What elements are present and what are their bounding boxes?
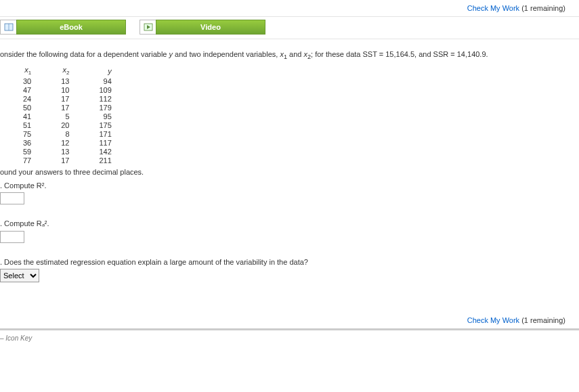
- table-cell: 17: [46, 104, 84, 112]
- col-header-x2: x2: [46, 66, 84, 77]
- table-cell: 30: [8, 77, 46, 86]
- intro-mid: and two independent variables,: [173, 50, 280, 58]
- answer-select-variability[interactable]: Select: [0, 269, 39, 282]
- table-row: 5120175: [8, 121, 127, 130]
- table-header-row: x1 x2 y: [8, 66, 127, 77]
- table-cell: 142: [85, 148, 127, 156]
- table-cell: 109: [85, 86, 127, 95]
- table-cell: 77: [8, 156, 46, 165]
- table-cell: 51: [8, 121, 46, 130]
- ebook-button-group[interactable]: eBook: [0, 20, 126, 35]
- question-a-label: . Compute R².: [0, 181, 579, 190]
- video-button-group[interactable]: Video: [140, 20, 265, 35]
- check-my-work-link-top[interactable]: Check My Work: [467, 4, 519, 12]
- intro-post: ; for these data SST = 15,164.5, and SSR…: [311, 50, 488, 58]
- rounding-note: ound your answers to three decimal place…: [0, 168, 579, 176]
- intro-prefix: onsider the following data for a depende…: [0, 50, 169, 58]
- table-row: 301394: [8, 77, 127, 86]
- table-cell: 24: [8, 95, 46, 104]
- table-cell: 171: [85, 130, 127, 139]
- table-cell: 12: [46, 139, 84, 148]
- table-row: 3612117: [8, 139, 127, 148]
- table-cell: 13: [46, 148, 84, 156]
- answer-input-ra2[interactable]: [0, 231, 24, 243]
- table-cell: 95: [85, 112, 127, 121]
- table-cell: 50: [8, 104, 46, 112]
- remaining-bottom: (1 remaining): [521, 316, 565, 324]
- remaining-top: (1 remaining): [521, 4, 565, 12]
- table-cell: 112: [85, 95, 127, 104]
- video-button[interactable]: Video: [156, 20, 265, 35]
- table-cell: 20: [46, 121, 84, 130]
- problem-intro: onsider the following data for a depende…: [0, 50, 579, 60]
- table-cell: 211: [85, 156, 127, 165]
- data-table: x1 x2 y 30139447101092417112501717941595…: [8, 66, 127, 165]
- table-row: 4710109: [8, 86, 127, 95]
- table-cell: 75: [8, 130, 46, 139]
- question-b: . Compute Rₐ².: [0, 219, 579, 243]
- icon-key-label: Icon Key: [5, 334, 32, 342]
- table-cell: 10: [46, 86, 84, 95]
- table-row: 2417112: [8, 95, 127, 104]
- check-my-work-link-bottom[interactable]: Check My Work: [467, 316, 519, 324]
- table-cell: 13: [46, 77, 84, 86]
- table-row: 758171: [8, 130, 127, 139]
- table-cell: 36: [8, 139, 46, 148]
- resource-button-row: eBook Video: [0, 16, 579, 39]
- table-row: 41595: [8, 112, 127, 121]
- table-cell: 47: [8, 86, 46, 95]
- question-c-label: . Does the estimated regression equation…: [0, 258, 579, 266]
- table-cell: 17: [46, 156, 84, 165]
- icon-key-footer: – Icon Key: [0, 330, 579, 342]
- table-cell: 117: [85, 139, 127, 148]
- table-cell: 59: [8, 148, 46, 156]
- question-c: . Does the estimated regression equation…: [0, 258, 579, 282]
- table-cell: 94: [85, 77, 127, 86]
- answer-input-r2[interactable]: [0, 192, 24, 204]
- table-cell: 179: [85, 104, 127, 112]
- problem-content: onsider the following data for a depende…: [0, 39, 579, 303]
- table-row: 7717211: [8, 156, 127, 165]
- question-a: . Compute R².: [0, 181, 579, 204]
- table-row: 5913142: [8, 148, 127, 156]
- col-header-x1: x1: [8, 66, 46, 77]
- question-b-label: . Compute Rₐ².: [0, 219, 579, 228]
- col-header-y: y: [85, 66, 127, 77]
- ebook-button[interactable]: eBook: [16, 20, 126, 35]
- video-icon: [140, 20, 156, 35]
- table-cell: 175: [85, 121, 127, 130]
- footer-check-row: Check My Work (1 remaining): [0, 309, 579, 330]
- table-cell: 17: [46, 95, 84, 104]
- table-cell: 5: [46, 112, 84, 121]
- header-check-row: Check My Work (1 remaining): [0, 0, 579, 16]
- table-cell: 41: [8, 112, 46, 121]
- table-row: 5017179: [8, 104, 127, 112]
- ebook-icon: [0, 20, 16, 35]
- table-cell: 8: [46, 130, 84, 139]
